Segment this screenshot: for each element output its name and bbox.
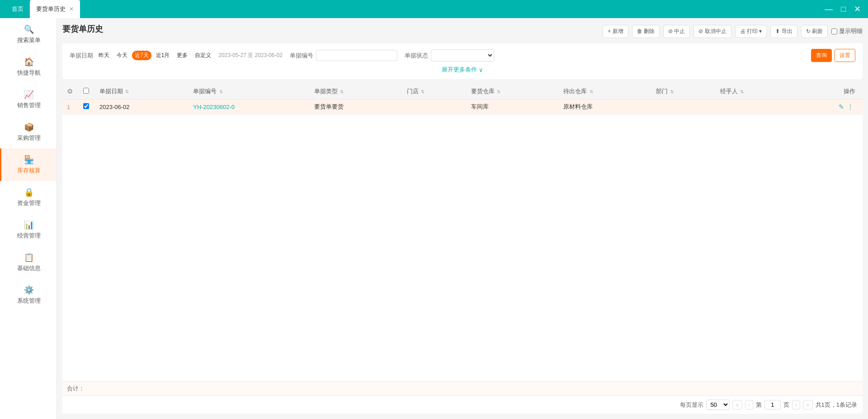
row-req-warehouse: 车间库 — [467, 100, 559, 114]
minimize-button[interactable]: — — [823, 4, 835, 15]
doc-number-label: 单据编号 — [290, 52, 313, 60]
col-doc-date: 单据日期 ⇅ — [95, 84, 189, 100]
sort-store-icon[interactable]: ⇅ — [421, 89, 425, 94]
close-button[interactable]: ✕ — [852, 3, 863, 15]
row-checkbox-cell — [79, 100, 95, 114]
doc-number-link[interactable]: YH-20230602-0 — [193, 104, 235, 110]
doc-number-input[interactable] — [316, 50, 397, 61]
col-pending-warehouse-label: 待出仓库 — [563, 88, 587, 95]
main-table: ⚙ 单据日期 ⇅ 单据编号 ⇅ — [62, 84, 863, 114]
edit-action-icon[interactable]: ✎ — [839, 103, 844, 110]
sidebar-item-ops-mgmt[interactable]: 📊 经营管理 — [0, 214, 57, 246]
purchase-mgmt-icon: 📦 — [24, 122, 34, 132]
sales-mgmt-icon: 📈 — [24, 90, 34, 100]
settings-button[interactable]: 设置 — [835, 49, 855, 62]
col-pending-warehouse: 待出仓库 ⇅ — [559, 84, 651, 100]
col-req-warehouse: 要货仓库 ⇅ — [467, 84, 559, 100]
sort-department-icon[interactable]: ⇅ — [670, 89, 674, 94]
last-page-button[interactable]: » — [803, 400, 812, 409]
quick-nav-icon: 🏠 — [24, 57, 34, 67]
sidebar-item-inventory-calc[interactable]: 🏪 库存核算 — [0, 148, 57, 181]
page-size-select[interactable]: 20 50 100 — [706, 400, 730, 410]
date-btn-last1month[interactable]: 近1月 — [153, 51, 173, 60]
refresh-button[interactable]: ↻ 刷新 — [801, 25, 828, 38]
expand-chevron-icon: ∨ — [479, 67, 483, 73]
sidebar-item-finance-mgmt[interactable]: 🔒 资金管理 — [0, 181, 57, 214]
tab-close-icon[interactable]: ✕ — [69, 6, 74, 12]
req-warehouse-value: 车间库 — [471, 103, 489, 110]
page-number-input[interactable] — [764, 400, 781, 409]
print-button[interactable]: 🖨 打印 ▾ — [735, 25, 767, 38]
table-row: 1 2023-06-02 YH-20230602-0 要货单要货 — [62, 100, 863, 114]
goto-label: 第 — [756, 401, 762, 409]
row-number: 1 — [67, 104, 70, 110]
row-store — [402, 100, 467, 114]
page-size-label: 每页显示 — [680, 401, 703, 409]
tab-home[interactable]: 首页 — [5, 0, 30, 18]
date-btn-custom[interactable]: 自定义 — [192, 51, 214, 60]
sidebar-item-sales-mgmt[interactable]: 📈 销售管理 — [0, 83, 57, 116]
show-detail-checkbox[interactable] — [831, 29, 837, 34]
select-all-checkbox[interactable] — [83, 88, 89, 94]
status-filter-group: 单据状态 — [405, 49, 494, 62]
row-checkbox[interactable] — [83, 103, 89, 109]
col-department-label: 部门 — [656, 88, 668, 95]
col-store-label: 门店 — [407, 88, 419, 95]
sidebar-item-search-menu[interactable]: 🔍 搜索菜单 — [0, 18, 57, 51]
new-button[interactable]: + 新增 — [603, 25, 628, 38]
row-doc-type: 要货单要货 — [310, 100, 402, 114]
maximize-button[interactable]: □ — [839, 4, 848, 15]
export-button[interactable]: ⬆ 导出 — [770, 25, 797, 38]
sidebar-item-basic-info[interactable]: 📋 基础信息 — [0, 246, 57, 279]
sort-doc-type-icon[interactable]: ⇅ — [340, 89, 344, 94]
sidebar-item-purchase-mgmt[interactable]: 📦 采购管理 — [0, 116, 57, 148]
col-handler: 经手人 ⇅ — [716, 84, 794, 100]
query-button[interactable]: 查询 — [811, 49, 832, 62]
sort-doc-date-icon[interactable]: ⇅ — [125, 89, 129, 94]
content-area: 要货单历史 + 新增 🗑 删除 ⊘ 中止 ⊘ 取消中止 🖨 打印 ▾ ⬆ 导出 … — [57, 18, 868, 419]
status-label: 单据状态 — [405, 52, 428, 60]
total-pages-label: 页 — [783, 401, 789, 409]
delete-button[interactable]: 🗑 删除 — [632, 25, 660, 38]
date-btn-more[interactable]: 更多 — [174, 51, 190, 60]
page-title: 要货单历史 — [62, 24, 103, 34]
col-settings: ⚙ — [62, 84, 79, 100]
row-num-cell: 1 — [62, 100, 79, 114]
status-select[interactable] — [431, 49, 494, 62]
show-detail-toggle[interactable]: 显示明细 — [831, 27, 863, 35]
sort-handler-icon[interactable]: ⇅ — [740, 89, 744, 94]
date-btn-last7days[interactable]: 近7天 — [132, 51, 151, 60]
col-doc-type-label: 单据类型 — [314, 88, 338, 95]
sort-req-warehouse-icon[interactable]: ⇅ — [497, 89, 500, 94]
col-handler-label: 经手人 — [720, 88, 738, 95]
row-doc-date: 2023-06-02 — [95, 100, 189, 114]
date-btn-yesterday[interactable]: 昨天 — [96, 51, 112, 60]
search-menu-icon: 🔍 — [24, 24, 34, 34]
main-layout: 🔍 搜索菜单 🏠 快捷导航 📈 销售管理 📦 采购管理 🏪 库存核算 🔒 资金管… — [0, 18, 868, 419]
stop-button[interactable]: ⊘ 中止 — [663, 25, 690, 38]
more-action-icon[interactable]: ⋮ — [847, 103, 854, 110]
date-range-display: 2023-05-27 至 2023-06-02 — [218, 52, 282, 59]
sidebar-item-finance-mgmt-label: 资金管理 — [17, 199, 41, 207]
expand-more-button[interactable]: 展开更多条件 ∨ — [70, 66, 855, 74]
next-page-button[interactable]: › — [792, 400, 800, 409]
sidebar-item-quick-nav[interactable]: 🏠 快捷导航 — [0, 51, 57, 83]
sidebar-item-ops-mgmt-label: 经营管理 — [17, 232, 41, 240]
cancel-stop-button[interactable]: ⊘ 取消中止 — [693, 25, 731, 38]
filter-panel: 单据日期 昨天 今天 近7天 近1月 更多 自定义 2023-05-27 至 2… — [62, 43, 863, 79]
show-detail-label-text: 显示明细 — [839, 27, 863, 35]
sort-pending-warehouse-icon[interactable]: ⇅ — [590, 89, 593, 94]
col-actions: 操作 — [794, 84, 863, 100]
prev-page-button[interactable]: ‹ — [745, 400, 753, 409]
row-doc-number[interactable]: YH-20230602-0 — [189, 100, 310, 114]
tab-home-label: 首页 — [12, 5, 24, 13]
tab-requisition-history[interactable]: 要货单历史 ✕ — [30, 0, 80, 18]
toolbar: + 新增 🗑 删除 ⊘ 中止 ⊘ 取消中止 🖨 打印 ▾ ⬆ 导出 ↻ 刷新 显… — [603, 25, 863, 38]
filter-row: 单据日期 昨天 今天 近7天 近1月 更多 自定义 2023-05-27 至 2… — [70, 49, 855, 62]
column-settings-icon[interactable]: ⚙ — [67, 87, 73, 95]
first-page-button[interactable]: « — [732, 400, 742, 409]
sidebar-item-system-mgmt[interactable]: ⚙️ 系统管理 — [0, 279, 57, 311]
date-btn-today[interactable]: 今天 — [114, 51, 130, 60]
pending-warehouse-value: 原材料仓库 — [563, 103, 593, 110]
sort-doc-number-icon[interactable]: ⇅ — [219, 89, 223, 94]
